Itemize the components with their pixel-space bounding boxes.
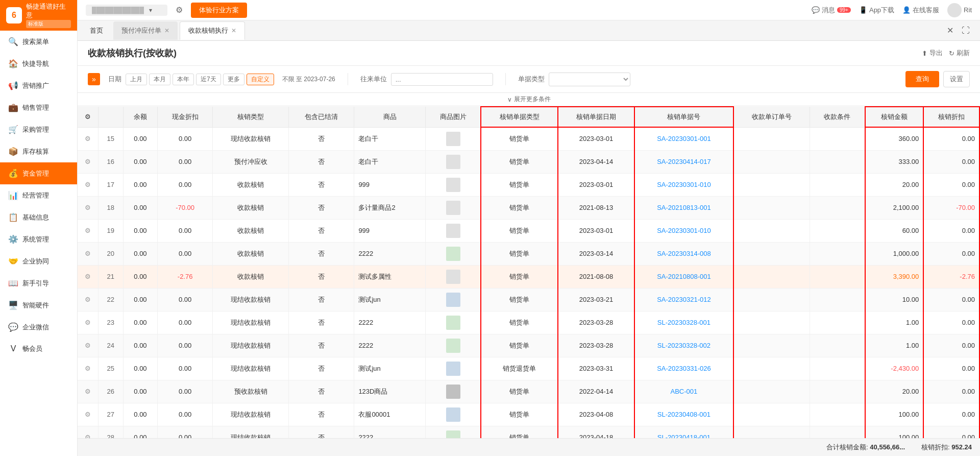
online-service-button[interactable]: 👤 在线客服 — [902, 6, 939, 15]
date-btn-last-month[interactable]: 上月 — [126, 74, 147, 85]
cell-verify-bill-no[interactable]: SA-20230314-008 — [634, 242, 733, 265]
cell-seq: 22 — [98, 288, 123, 311]
cell-product-image — [426, 173, 481, 196]
date-btn-7days[interactable]: 近7天 — [196, 74, 221, 85]
tab-collect[interactable]: 收款核销执行 ✕ — [180, 21, 245, 40]
cell-verify-bill-no[interactable]: SA-20210813-001 — [634, 196, 733, 219]
cell-verify-bill-no[interactable]: SA-20230331-026 — [634, 357, 733, 380]
address-bar[interactable]: ████████████ ▾ — [86, 5, 167, 16]
cell-verify-bill-no[interactable]: SA-20230301-010 — [634, 219, 733, 242]
export-button[interactable]: ⬆ 导出 — [922, 49, 943, 58]
cell-cash-discount: 0.00 — [158, 127, 213, 150]
sidebar-item-purchase[interactable]: 🛒 采购管理 — [0, 118, 77, 140]
cell-verify-bill-date: 2023-03-28 — [558, 334, 634, 357]
collapse-button[interactable]: » — [88, 73, 100, 85]
cell-verify-amount: 333.00 — [865, 150, 923, 173]
sidebar-item-sales[interactable]: 💼 销售管理 — [0, 97, 77, 118]
cell-balance: 0.00 — [123, 288, 157, 311]
sidebar-item-member[interactable]: V 畅会员 — [0, 338, 77, 359]
total-discount-label: 核销折扣: 952.24 — [921, 443, 972, 452]
sidebar-item-inventory[interactable]: 📦 库存核算 — [0, 140, 77, 162]
cell-balance: 0.00 — [123, 219, 157, 242]
gear-icon[interactable]: ⚙ — [176, 5, 183, 15]
sidebar-item-system[interactable]: ⚙️ 系统管理 — [0, 228, 77, 250]
industry-solution-button[interactable]: 体验行业方案 — [191, 3, 247, 18]
sidebar-item-guide[interactable]: 📖 新手引导 — [0, 272, 77, 294]
table-row[interactable]: ⚙ 27 0.00 0.00 现结收款核销 否 衣服00001 销货单 2023… — [78, 403, 979, 426]
cell-verify-discount: 0.00 — [923, 173, 979, 196]
cell-verify-bill-no[interactable]: SA-20230301-010 — [634, 173, 733, 196]
cell-verify-bill-no[interactable]: SA-20230301-001 — [634, 127, 733, 150]
table-row[interactable]: ⚙ 17 0.00 0.00 收款核销 否 999 销货单 2023-03-01… — [78, 173, 979, 196]
cell-collect-condition — [810, 265, 865, 288]
cell-verify-bill-date: 2021-08-08 — [558, 265, 634, 288]
date-btn-more[interactable]: 更多 — [223, 74, 244, 85]
cell-verify-bill-no[interactable]: SL-20230408-001 — [634, 403, 733, 426]
table-row[interactable]: ⚙ 24 0.00 0.00 现结收款核销 否 2222 销货单 2023-03… — [78, 334, 979, 357]
cell-verify-bill-no[interactable]: SL-20230418-001 — [634, 426, 733, 438]
cell-verify-amount: 20.00 — [865, 380, 923, 403]
cell-verify-bill-no[interactable]: SA-20230321-012 — [634, 288, 733, 311]
date-btn-this-year[interactable]: 本年 — [173, 74, 194, 85]
sidebar-item-wechat[interactable]: 💬 企业微信 — [0, 316, 77, 338]
cell-verify-bill-type: 销货单 — [481, 380, 557, 403]
settings-button[interactable]: 设置 — [943, 71, 970, 87]
cell-cash-discount: 0.00 — [158, 334, 213, 357]
sidebar-item-operation[interactable]: 📊 经营管理 — [0, 184, 77, 206]
cell-product: 123D商品 — [354, 380, 426, 403]
cell-verify-amount: 20.00 — [865, 173, 923, 196]
sidebar-item-finance[interactable]: 💰 资金管理 — [0, 162, 77, 184]
table-row[interactable]: ⚙ 21 0.00 -2.76 收款核销 否 测试多属性 销货单 2021-08… — [78, 265, 979, 288]
cell-include-settled: 否 — [288, 242, 354, 265]
data-table: ⚙ 余额 现金折扣 核销类型 包含已结清 商品 商品图片 核销单据类型 核销单据… — [78, 106, 980, 438]
tab-prepay[interactable]: 预付冲应付单 ✕ — [113, 21, 178, 40]
messages-button[interactable]: 💬 消息 99+ — [812, 6, 851, 15]
billtype-select[interactable] — [549, 73, 630, 86]
cell-balance: 0.00 — [123, 380, 157, 403]
cell-verify-bill-no[interactable]: SA-20230414-017 — [634, 150, 733, 173]
filter-bar: » 日期 上月 本月 本年 近7天 更多 自定义 不限 至 2023-07-26 — [78, 66, 980, 93]
cell-seq: 23 — [98, 311, 123, 334]
tab-home[interactable]: 首页 — [82, 21, 111, 40]
sidebar-item-search[interactable]: 🔍 搜索菜单 — [0, 31, 77, 53]
cell-cash-discount: 0.00 — [158, 242, 213, 265]
sidebar-item-marketing[interactable]: 📢 营销推广 — [0, 75, 77, 97]
cell-verify-type: 收款核销 — [213, 219, 289, 242]
table-row[interactable]: ⚙ 26 0.00 0.00 预收款核销 否 123D商品 销货单 2022-0… — [78, 380, 979, 403]
app-download-button[interactable]: 📱 App下载 — [859, 6, 894, 15]
close-window-button[interactable]: ✕ — [945, 23, 955, 37]
cell-verify-bill-no[interactable]: ABC-001 — [634, 380, 733, 403]
cell-collect-condition — [810, 196, 865, 219]
table-row[interactable]: ⚙ 28 0.00 0.00 现结收款核销 否 2222 销货单 2023-04… — [78, 426, 979, 438]
table-row[interactable]: ⚙ 16 0.00 0.00 预付冲应收 否 老白干 销货单 2023-04-1… — [78, 150, 979, 173]
sidebar-item-corp[interactable]: 🤝 企业协同 — [0, 250, 77, 272]
user-menu[interactable]: Rit — [947, 3, 972, 17]
sidebar-item-hardware[interactable]: 🖥️ 智能硬件 — [0, 294, 77, 316]
sidebar-item-basic[interactable]: 📋 基础信息 — [0, 206, 77, 228]
close-icon[interactable]: ✕ — [164, 27, 169, 34]
unit-input[interactable] — [391, 73, 493, 86]
table-row[interactable]: ⚙ 15 0.00 0.00 现结收款核销 否 老白干 销货单 2023-03-… — [78, 127, 979, 150]
cell-verify-bill-no[interactable]: SA-20210808-001 — [634, 265, 733, 288]
filter-divider — [348, 73, 348, 85]
table-row[interactable]: ⚙ 20 0.00 0.00 收款核销 否 2222 销货单 2023-03-1… — [78, 242, 979, 265]
date-btn-this-month[interactable]: 本月 — [149, 74, 170, 85]
cell-verify-bill-no[interactable]: SL-20230328-002 — [634, 334, 733, 357]
query-button[interactable]: 查询 — [905, 71, 939, 87]
table-row[interactable]: ⚙ 22 0.00 0.00 现结收款核销 否 测试jun 销货单 2023-0… — [78, 288, 979, 311]
table-row[interactable]: ⚙ 19 0.00 0.00 收款核销 否 999 销货单 2023-03-01… — [78, 219, 979, 242]
sidebar-item-quicknav[interactable]: 🏠 快捷导航 — [0, 53, 77, 75]
hardware-icon: 🖥️ — [8, 300, 18, 310]
cell-seq: 25 — [98, 357, 123, 380]
close-icon[interactable]: ✕ — [231, 27, 236, 34]
cell-collect-condition — [810, 311, 865, 334]
table-row[interactable]: ⚙ 18 0.00 -70.00 收款核销 否 多计量商品2 销货单 2021-… — [78, 196, 979, 219]
maximize-button[interactable]: ⛶ — [960, 23, 972, 37]
cell-collect-condition — [810, 219, 865, 242]
date-btn-custom[interactable]: 自定义 — [247, 74, 274, 85]
cell-verify-bill-no[interactable]: SL-20230328-001 — [634, 311, 733, 334]
refresh-button[interactable]: ↻ 刷新 — [949, 49, 970, 58]
expand-more-button[interactable]: ∨ 展开更多条件 — [507, 95, 551, 104]
table-row[interactable]: ⚙ 23 0.00 0.00 现结收款核销 否 2222 销货单 2023-03… — [78, 311, 979, 334]
table-row[interactable]: ⚙ 25 0.00 0.00 现结收款核销 否 测试jun 销货退货单 2023… — [78, 357, 979, 380]
